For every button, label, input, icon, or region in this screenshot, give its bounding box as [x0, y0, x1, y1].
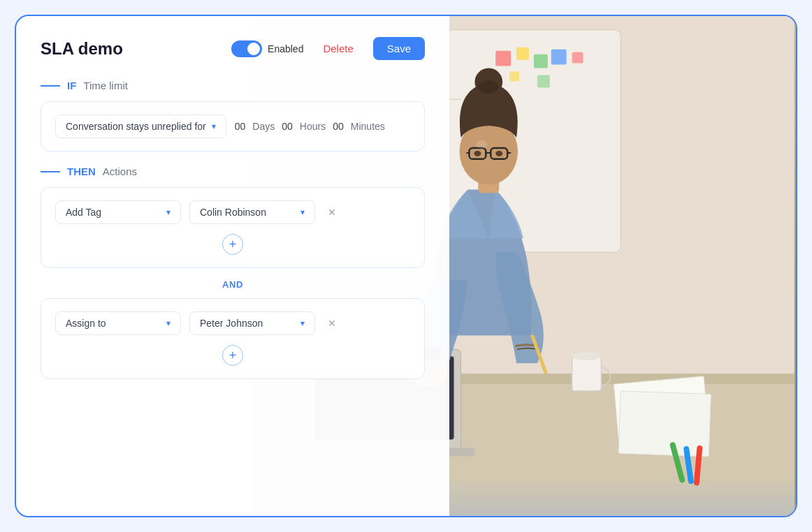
svg-rect-7 [509, 72, 519, 82]
toggle-container: Enabled [231, 40, 303, 57]
svg-rect-3 [516, 47, 529, 60]
condition-type-dropdown[interactable]: Conversation stays unreplied for ▾ [55, 114, 226, 138]
time-fields: 00 Days 00 Hours 00 Minutes [235, 121, 385, 132]
action-1-value-label: Colin Robinson [200, 207, 295, 218]
minutes-unit: Minutes [351, 121, 385, 132]
svg-rect-8 [537, 75, 550, 88]
then-subtitle: Actions [103, 165, 137, 177]
action-1-card: Add Tag ▾ Colin Robinson ▾ ✕ + [41, 187, 425, 268]
ui-panel: SLA demo Enabled Delete Save IF Time lim… [16, 16, 449, 516]
action-2-value-label: Peter Johnson [200, 318, 295, 329]
action-2-remove-button[interactable]: ✕ [324, 317, 340, 330]
svg-rect-22 [618, 391, 711, 457]
svg-rect-4 [534, 54, 548, 68]
action-1-remove-button[interactable]: ✕ [324, 206, 340, 219]
action-1-type-label: Add Tag [66, 207, 161, 218]
action-1-value-dropdown[interactable]: Colin Robinson ▾ [189, 200, 315, 224]
action-1-type-dropdown[interactable]: Add Tag ▾ [55, 200, 181, 224]
and-label: AND [41, 279, 425, 290]
toggle-label: Enabled [268, 43, 303, 54]
enabled-toggle[interactable] [231, 40, 262, 57]
svg-rect-2 [495, 51, 511, 66]
svg-point-40 [476, 140, 487, 149]
condition-type-label: Conversation stays unreplied for [66, 121, 206, 132]
action-2-add-container: + [55, 345, 410, 366]
condition-type-arrow: ▾ [212, 121, 216, 131]
action-2-row: Assign to ▾ Peter Johnson ▾ ✕ [55, 311, 410, 335]
toggle-knob [247, 43, 260, 55]
action-1-type-arrow: ▾ [166, 207, 171, 217]
hours-unit: Hours [300, 121, 326, 132]
action-2-add-button[interactable]: + [222, 345, 243, 366]
action-2-value-dropdown[interactable]: Peter Johnson ▾ [189, 311, 315, 335]
action-2-card: Assign to ▾ Peter Johnson ▾ ✕ + [41, 298, 425, 379]
save-button[interactable]: Save [373, 37, 425, 60]
action-1-add-container: + [55, 234, 410, 255]
action-2-type-dropdown[interactable]: Assign to ▾ [55, 311, 181, 335]
if-condition-card: Conversation stays unreplied for ▾ 00 Da… [41, 101, 425, 152]
svg-rect-5 [551, 50, 567, 65]
header-controls: Enabled Delete Save [231, 37, 425, 60]
if-keyword: IF [67, 80, 76, 91]
action-1-add-button[interactable]: + [222, 234, 243, 255]
action-1-row: Add Tag ▾ Colin Robinson ▾ ✕ [55, 200, 410, 224]
action-1-value-arrow: ▾ [300, 207, 305, 217]
then-divider-line [41, 171, 60, 172]
if-section-header: IF Time limit [41, 80, 425, 91]
action-2-value-arrow: ▾ [300, 318, 305, 328]
hours-value: 00 [282, 121, 293, 132]
svg-point-20 [572, 352, 602, 360]
days-value: 00 [235, 121, 246, 132]
svg-point-35 [495, 151, 502, 156]
delete-button[interactable]: Delete [314, 38, 361, 59]
minutes-value: 00 [333, 121, 344, 132]
action-2-type-arrow: ▾ [166, 318, 171, 328]
then-keyword: THEN [67, 165, 96, 177]
action-2-type-label: Assign to [66, 318, 161, 329]
if-subtitle: Time limit [83, 80, 128, 91]
if-divider-line [41, 85, 60, 87]
days-unit: Days [252, 121, 275, 132]
svg-point-34 [474, 151, 481, 156]
svg-rect-6 [572, 52, 583, 64]
condition-row: Conversation stays unreplied for ▾ 00 Da… [55, 114, 410, 138]
page-title: SLA demo [41, 39, 123, 59]
svg-rect-19 [572, 356, 602, 391]
header: SLA demo Enabled Delete Save [41, 37, 425, 60]
then-section-header: THEN Actions [41, 165, 425, 177]
